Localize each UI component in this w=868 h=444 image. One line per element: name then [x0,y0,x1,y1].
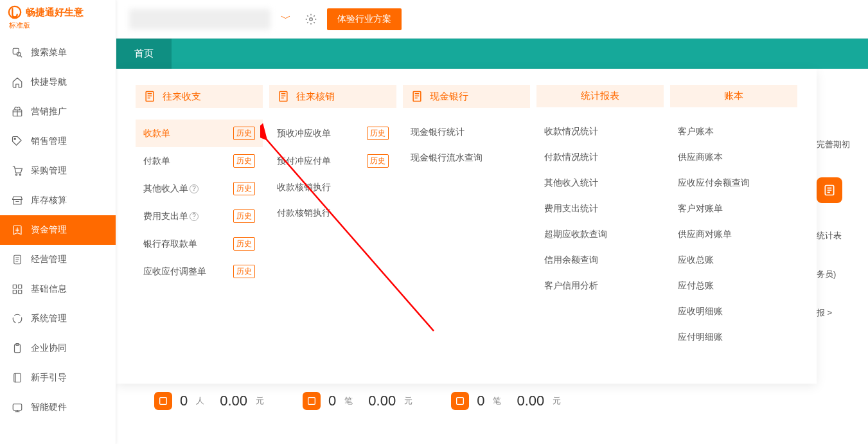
sidebar-item-7[interactable]: 经营管理 [0,245,116,274]
try-solution-button[interactable]: 体验行业方案 [327,8,402,30]
mega-item[interactable]: 预收冲应收单历史 [269,120,396,147]
mega-item-label: 应收明细账 [678,306,723,317]
book-icon [12,372,23,384]
mega-item[interactable]: 费用支出统计 [536,196,664,222]
mega-item-label: 应收应付调整单 [143,266,206,278]
svg-point-12 [13,314,22,323]
hint-report[interactable]: 报 > [817,303,868,323]
mega-item-label: 应收总账 [678,254,714,266]
mega-item[interactable]: 客户信用分析 [536,273,664,299]
sidebar-item-1[interactable]: 快捷导航 [0,67,116,97]
mega-item[interactable]: 信用余额查询 [536,247,664,273]
stat-amount: 0.00 [220,393,247,409]
sidebar-item-4[interactable]: 采购管理 [0,156,116,186]
help-icon[interactable]: ? [190,184,199,193]
tab-bar: 首页 [116,39,868,69]
mega-item[interactable]: 现金银行统计 [403,120,530,145]
sidebar-item-6[interactable]: 资金管理 [0,215,116,245]
mega-item[interactable]: 客户对账单 [670,196,797,222]
svg-point-17 [310,17,313,21]
sidebar-item-label: 系统管理 [31,313,67,324]
history-badge[interactable]: 历史 [233,265,255,278]
history-badge[interactable]: 历史 [233,182,255,195]
mega-item[interactable]: 收款情况统计 [536,119,664,145]
col-title: 账本 [724,90,743,102]
stat-icon [303,392,321,410]
stat-unit1: 人 [196,395,204,407]
sidebar-item-11[interactable]: 新手引导 [0,363,116,393]
stat-count: 0 [477,393,484,409]
gear-icon[interactable] [301,13,321,25]
sidebar-item-0[interactable]: 搜索菜单 [0,38,116,67]
mega-item-label: 其他收入统计 [544,177,598,189]
sidebar-item-10[interactable]: 企业协同 [0,333,116,363]
mega-item[interactable]: 费用支出单?历史 [136,202,263,230]
stat-count: 0 [180,393,188,409]
header: ﹀ 体验行业方案 [116,0,868,39]
stat-unit1: 笔 [344,395,353,407]
mega-item[interactable]: 应收明细账 [670,299,797,324]
mega-item[interactable]: 银行存取款单历史 [136,230,263,258]
brand-name: 畅捷通好生意 [26,6,84,19]
history-badge[interactable]: 历史 [233,237,255,251]
mega-item-label: 其他收入单? [143,183,199,195]
sidebar-item-9[interactable]: 系统管理 [0,304,116,333]
history-badge[interactable]: 历史 [233,209,255,223]
mega-item-label: 应收应付余额查询 [678,177,750,189]
mega-item[interactable]: 供应商对账单 [670,222,797,247]
sidebar-item-2[interactable]: 营销推广 [0,97,116,127]
sidebar-item-label: 销售管理 [31,136,67,147]
mega-item[interactable]: 预付冲应付单历史 [269,147,396,175]
mega-item[interactable]: 应收总账 [670,247,797,273]
history-badge[interactable]: 历史 [367,127,389,140]
mega-item-label: 客户信用分析 [544,280,598,292]
mega-item[interactable]: 其他收入统计 [536,170,664,196]
mega-item[interactable]: 应收应付余额查询 [670,170,797,196]
mega-item[interactable]: 付款核销执行 [269,200,396,226]
mega-item[interactable]: 收款核销执行 [269,175,396,200]
mega-item-label: 客户对账单 [678,203,723,215]
mega-item[interactable]: 现金银行流水查询 [403,145,530,171]
mega-col-4: 账本客户账本供应商账本应收应付余额查询客户对账单供应商对账单应收总账应付总账应收… [670,85,797,350]
mega-item-label: 信用余额查询 [544,254,598,266]
mega-item[interactable]: 应收应付调整单历史 [136,258,263,285]
mega-item[interactable]: 收款单历史 [136,120,263,147]
doc-icon [143,90,156,103]
logo-icon [8,5,22,19]
mega-item[interactable]: 应付明细账 [670,324,797,350]
svg-rect-15 [14,373,21,382]
mega-item-label: 银行存取款单 [143,238,197,250]
home-icon [12,76,23,88]
mega-item[interactable]: 应付总账 [670,273,797,299]
mega-item[interactable]: 其他收入单?历史 [136,175,263,202]
sidebar-item-label: 库存核算 [31,195,67,206]
report-icon [817,177,842,203]
mega-item-label: 超期应收款查询 [544,229,607,240]
help-icon[interactable]: ? [190,212,199,221]
sidebar-item-8[interactable]: 基础信息 [0,274,116,304]
history-badge[interactable]: 历史 [233,127,255,140]
sidebar-item-3[interactable]: 销售管理 [0,127,116,156]
col-title: 现金银行 [430,91,468,103]
history-badge[interactable]: 历史 [233,154,255,168]
svg-point-4 [14,138,15,139]
svg-rect-9 [19,285,22,288]
sidebar-item-12[interactable]: 智能硬件 [0,393,116,422]
mega-item[interactable]: 供应商账本 [670,145,797,170]
col-header: 往来收支 [136,85,263,108]
doc-icon [12,254,23,265]
chevron-down-icon[interactable]: ﹀ [277,12,295,26]
history-badge[interactable]: 历史 [367,154,389,168]
sidebar-item-5[interactable]: 库存核算 [0,186,116,215]
stat-unit2: 元 [404,395,412,407]
mega-item-label: 预付冲应付单 [277,155,331,167]
svg-rect-16 [13,404,22,411]
tab-home[interactable]: 首页 [116,39,172,69]
mega-item[interactable]: 超期应收款查询 [536,222,664,247]
mega-col-1: 往来核销预收冲应收单历史预付冲应付单历史收款核销执行付款核销执行 [269,85,396,350]
mega-item[interactable]: 付款单历史 [136,147,263,175]
mega-item[interactable]: 客户账本 [670,119,797,145]
svg-rect-20 [279,92,287,102]
mega-col-3: 统计报表收款情况统计付款情况统计其他收入统计费用支出统计超期应收款查询信用余额查… [536,85,664,350]
mega-item[interactable]: 付款情况统计 [536,145,664,170]
